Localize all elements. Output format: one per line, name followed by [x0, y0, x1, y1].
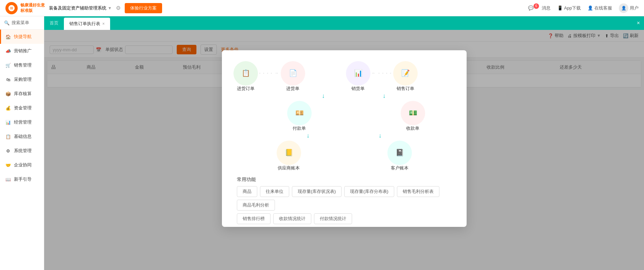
- purchase-icon: 🛍: [5, 76, 11, 83]
- system-title-dropdown[interactable]: 装备及固定资产辅助管理系统 ▼: [49, 5, 112, 11]
- marketing-icon: 📣: [5, 48, 11, 54]
- top-bar-left: 畅康通好生意 标准版 装备及固定资产辅助管理系统 ▼ ⚙ 体验行业方案: [5, 2, 162, 14]
- func-btn-payment-stats[interactable]: 付款情况统计: [314, 213, 352, 224]
- svg-text:📓: 📓: [395, 148, 404, 157]
- payment-bill-circle[interactable]: 💴: [287, 101, 312, 125]
- svg-text:📋: 📋: [241, 69, 250, 77]
- svg-text:💵: 💵: [408, 109, 417, 117]
- purchase-bill-node: 📄 进货单: [281, 61, 305, 92]
- sidebar-label-inventory: 库存核算: [14, 91, 32, 97]
- search-menu-label: 搜索菜单: [12, 20, 29, 26]
- sales-bill-node: 📊 销货单: [346, 61, 370, 92]
- basic-info-icon: 📋: [5, 133, 11, 140]
- collab-icon: 🤝: [5, 162, 11, 168]
- purchase-order-circle[interactable]: 📋: [233, 61, 258, 86]
- guide-icon: 📖: [5, 176, 11, 182]
- rec-down-arrow: ↓: [368, 132, 393, 139]
- func-btn-stock-dist[interactable]: 现存量(库存分布表): [344, 186, 394, 197]
- logo-area: 畅康通好生意 标准版: [5, 2, 45, 14]
- app-download-action[interactable]: 📱 App下载: [557, 5, 581, 11]
- main-layout: 🔍 搜索菜单 🏠 快捷导航 📣 营销推广 🛒 销售管理 🛍 采购管理 📦: [0, 16, 644, 270]
- app-logo-icon: [5, 2, 18, 14]
- pay-down-arrow: ↓: [296, 132, 320, 139]
- func-btn-partners[interactable]: 往来单位: [260, 186, 289, 197]
- svg-text:💴: 💴: [295, 109, 303, 117]
- tab-sales-orders-label: 销售订单执行表: [69, 21, 100, 27]
- finance-icon: 💰: [5, 105, 11, 111]
- sidebar-label-purchase: 采购管理: [14, 76, 32, 83]
- sidebar-label-guide: 新手引导: [14, 176, 32, 182]
- sidebar-item-inventory[interactable]: 📦 库存核算: [0, 87, 44, 101]
- sales-icon: 🛒: [5, 62, 11, 68]
- tab-close-icon[interactable]: ×: [102, 21, 105, 26]
- sidebar-item-sales[interactable]: 🛒 销售管理: [0, 58, 44, 72]
- func-btn-stock-status[interactable]: 现存量(库存状况表): [292, 186, 342, 197]
- sidebar-label-marketing: 营销推广: [14, 48, 32, 54]
- logo-text: 畅康通好生意 标准版: [20, 3, 45, 13]
- trial-button[interactable]: 体验行业方案: [125, 3, 162, 13]
- down-arrows-row: ↓ ↓: [230, 92, 458, 100]
- page-content: ❓ 帮助 🖨 按模板打印 ▼ ⬆ 导出 🔄 刷新: [44, 30, 644, 270]
- message-label: 消息: [542, 5, 551, 11]
- sidebar-item-finance[interactable]: 💰 资金管理: [0, 101, 44, 115]
- sidebar-label-system: 系统管理: [14, 148, 32, 154]
- tab-bar: 首页 销售订单执行表 × ×: [44, 16, 644, 30]
- user-name: 用户: [630, 5, 639, 11]
- row3: 📒 供应商账本: [230, 139, 458, 171]
- row2: 💴 付款单: [230, 100, 458, 131]
- sales-bill-circle[interactable]: 📊: [346, 61, 370, 86]
- settings-icon[interactable]: ⚙: [116, 5, 121, 11]
- svg-text:📝: 📝: [401, 69, 410, 77]
- supplier-ledger-node: 📒 供应商账本: [277, 141, 301, 171]
- operations-icon: 📊: [5, 119, 11, 125]
- sidebar-label-collab: 企业协同: [14, 162, 32, 168]
- sidebar-label-finance: 资金管理: [14, 105, 32, 111]
- sales-order-label: 销售订单: [397, 86, 414, 92]
- purchase-bill-circle[interactable]: 📄: [281, 61, 305, 86]
- receipt-bill-node: 💵 收款单: [401, 101, 425, 131]
- sidebar-item-basic-info[interactable]: 📋 基础信息: [0, 129, 44, 144]
- svg-text:📒: 📒: [284, 148, 293, 157]
- func-btn-receipt-stats[interactable]: 收款情况统计: [273, 213, 311, 224]
- quick-nav-modal: 📋 进货订单 - - - - →: [222, 50, 467, 227]
- func-btn-sales-margin[interactable]: 销售毛利分析表: [397, 186, 439, 197]
- func-buttons-row2: 销售排行榜 收款情况统计 付款情况统计: [237, 213, 452, 224]
- customer-ledger-label: 客户账本: [391, 165, 408, 171]
- sidebar-item-operations[interactable]: 📊 经营管理: [0, 115, 44, 129]
- title-dropdown-arrow: ▼: [108, 6, 112, 11]
- payment-bill-node: 💴 付款单: [287, 101, 312, 131]
- func-btn-product[interactable]: 商品: [237, 186, 257, 197]
- sidebar-item-collab[interactable]: 🤝 企业协同: [0, 158, 44, 172]
- phone-icon: 📱: [557, 5, 563, 11]
- user-action[interactable]: 👤 用户: [619, 3, 639, 13]
- purchase-order-label: 进货订单: [237, 86, 255, 92]
- search-icon: 🔍: [4, 20, 10, 25]
- supplier-ledger-circle[interactable]: 📒: [277, 141, 301, 165]
- online-service-label: 在线客服: [594, 5, 612, 11]
- sidebar-item-system[interactable]: ⚙ 系统管理: [0, 144, 44, 158]
- sidebar-item-quick-nav[interactable]: 🏠 快捷导航: [0, 30, 44, 44]
- receipt-bill-circle[interactable]: 💵: [401, 101, 425, 125]
- common-func-title: 常用功能: [237, 177, 452, 183]
- sidebar-item-marketing[interactable]: 📣 营销推广: [0, 44, 44, 58]
- quick-nav-icon: 🏠: [5, 34, 11, 40]
- func-btn-product-margin[interactable]: 商品毛利分析: [237, 200, 275, 211]
- message-icon: 💬: [528, 5, 534, 11]
- payment-bill-label: 付款单: [293, 125, 306, 131]
- func-btn-sales-rank[interactable]: 销售排行榜: [237, 213, 271, 224]
- sidebar-item-purchase[interactable]: 🛍 采购管理: [0, 72, 44, 87]
- tab-home[interactable]: 首页: [44, 16, 64, 30]
- sidebar-item-guide[interactable]: 📖 新手引导: [0, 172, 44, 186]
- pb-down-arrow: ↓: [311, 92, 336, 100]
- sales-order-circle[interactable]: 📝: [393, 61, 418, 86]
- sidebar-label-quick-nav: 快捷导航: [14, 34, 32, 40]
- customer-ledger-circle[interactable]: 📓: [387, 141, 412, 165]
- supplier-ledger-label: 供应商账本: [278, 165, 300, 171]
- message-badge: 6: [534, 3, 539, 9]
- message-action[interactable]: 💬 6 消息: [528, 5, 551, 11]
- sidebar-label-sales: 销售管理: [14, 62, 32, 68]
- tab-bar-close-btn[interactable]: ×: [637, 20, 640, 26]
- tab-sales-orders[interactable]: 销售订单执行表 ×: [64, 18, 110, 30]
- search-menu[interactable]: 🔍 搜索菜单: [0, 16, 44, 30]
- online-service-action[interactable]: 👤 在线客服: [588, 5, 612, 11]
